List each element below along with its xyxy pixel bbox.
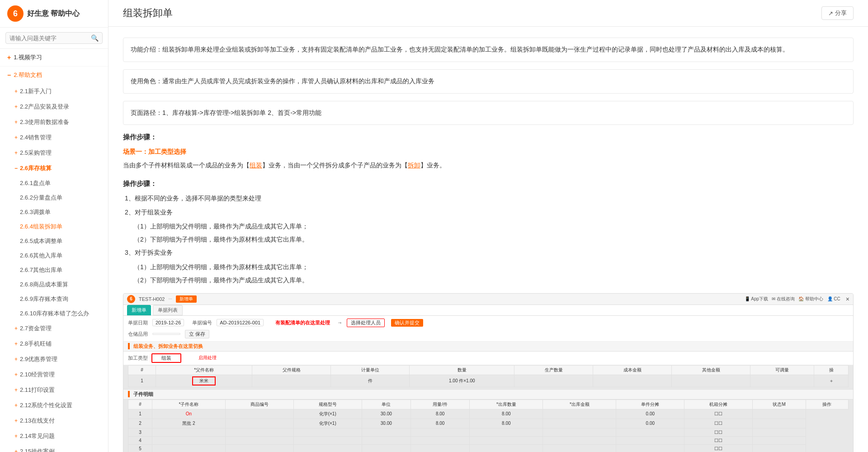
scr-type-switch-annotation: 组装业务、拆卸业务在这里切换 [133,343,203,350]
scr-th-7: 其他金额 [672,365,750,375]
step-3-sub-2: （2）下部明细为子件明细，最终作为产成品生成其它入库单。 [123,275,854,286]
table-row: 5☐☐ [128,444,849,452]
scr-logo: 6 [127,295,135,303]
scr-lower-label: 子件明细 [133,391,153,398]
sidebar-item-payment[interactable]: + 2.13在线支付 [0,413,108,428]
path-block: 页面路径：1、库存核算->库存管理->组装拆卸单 2、首页->常用功能 [123,101,854,125]
scr-th-4: 数量 [410,365,514,375]
sidebar-item-data-prep[interactable]: + 2.3使用前数据准备 [0,114,108,130]
annotation-enable: 启用处理 [198,355,217,361]
sidebar-item-purchase[interactable]: + 2.5采购管理 [0,145,108,161]
nav-group-video: + 1.视频学习 [0,49,108,67]
sidebar-item-print[interactable]: + 2.11打印设置 [0,382,108,398]
scr-new-doc-btn[interactable]: 新增单 [176,295,197,303]
scr-th-6: 成本金额 [593,365,672,375]
sidebar-item-docs[interactable]: − 2.帮助文档 [0,67,108,84]
sidebar-item-stocktake[interactable]: 2.6.1盘点单 [0,176,108,190]
scr-appbar-items: 📱 App下载 ✉ 在线咨询 🏠 帮助中心 👤 CC [745,296,840,302]
scr-th-8: 可调量 [750,365,814,375]
scr-th-5: 生产数量 [514,365,593,375]
scr-warehouse-field[interactable] [152,333,180,335]
scr-tab-active[interactable]: 新增单 [127,305,151,315]
scr-orange-bar [128,343,130,349]
sidebar-item-video[interactable]: + 1.视频学习 [0,49,108,66]
page-header: 组装拆卸单 ↗ 分享 [108,0,868,27]
sidebar-item-faq[interactable]: + 2.14常见问题 [0,428,108,444]
sidebar-item-other-out[interactable]: 2.6.7其他出库单 [0,263,108,277]
sidebar-item-ledger-query[interactable]: 2.6.9库存账本查询 [0,292,108,306]
scr-lower-table: # *子件名称 商品编号 规格型号 单位 用量/件 *出库数量 *出库金额 单件… [128,400,849,452]
scr-tab-list[interactable]: 单据列表 [153,305,183,315]
scr-th-0: # [128,365,156,375]
share-icon: ↗ [828,10,833,17]
search-box: 🔍 [5,32,103,44]
step-3: 3、对于拆卖业务 [123,247,854,258]
table-row: 1 米米 件 1.00 件×1.00 ＋ [128,375,849,387]
scr-process-btn[interactable]: 选择处理人员 [347,319,385,327]
scene1-title: 场景一：加工类型选择 [123,148,854,156]
sidebar-item-sales[interactable]: + 2.4销售管理 [0,130,108,145]
scr-confirm-btn[interactable]: 确认并提交 [391,319,423,327]
search-input[interactable] [9,35,91,42]
scr-th-1: *父件名称 [156,365,252,375]
content-area: 功能介绍：组装拆卸单用来处理企业组装或拆卸等加工业务，支持有固定装配清单的产品加… [108,27,868,452]
sidebar-item-cost-recalc[interactable]: 2.6.8商品成本重算 [0,277,108,292]
table-row: 1 On 化学(×1) 30.00 8.00 8.00 0.00 ☐☐ [128,409,849,419]
sidebar-item-finance[interactable]: + 2.7资金管理 [0,321,108,336]
scr-topbar-id: TEST-H002 [139,296,165,302]
scr-order-label: 单据编号 [192,319,212,326]
scr-th-3: 计量单位 [331,365,410,375]
search-icon[interactable]: 🔍 [91,34,99,42]
step-1: 1、根据不同的业务，选择不同单据的类型来处理 [123,193,854,204]
scene1-desc: 当由多个子件材料组装成一个成品的业务为【组装】业务，当由一个父件拆分成多个子产品… [123,160,854,171]
minus-icon: − [7,71,11,79]
sidebar-item-ledger-fix[interactable]: 2.6.10库存账本错了怎么办 [0,306,108,321]
share-button[interactable]: ↗ 分享 [821,6,854,20]
sidebar-item-cases[interactable]: + 2.15操作案例 [0,444,108,452]
step-2-sub-1: （1）上部明细为父件明细，最终作为产成品生成其它入库单； [123,221,854,232]
table-row: 3☐☐ [128,428,849,436]
ops-title: 操作步骤： [123,133,854,142]
scr-save-btn[interactable]: 立 保存 [185,330,209,338]
nav-group-docs: − 2.帮助文档 + 2.1新手入门 + 2.2产品安装及登录 + 2.3使用前… [0,67,108,452]
scr-topbar-dots: ··· [168,296,172,301]
sidebar-item-inventory[interactable]: − 2.6库存核算 [0,161,108,176]
step-2: 2、对于组装业务 [123,207,854,218]
sidebar-item-cost-adj[interactable]: 2.6.5成本调整单 [0,234,108,248]
scr-th-2: 父件规格 [252,365,331,375]
scr-warehouse-label: 仓储品用 [128,331,148,338]
sidebar-item-other-in[interactable]: 2.6.6其他入库单 [0,248,108,263]
step-3-sub-1: （1）上部明细为父件明细，最终作为原材料生成其它出库单； [123,262,854,273]
sidebar: 6 好生意 帮助中心 🔍 + 1.视频学习 − 2.帮助文档 + 2 [0,0,108,452]
scr-type-select[interactable]: 组装 [151,353,181,363]
scr-close-btn[interactable]: × [846,295,849,303]
sidebar-item-ops[interactable]: + 2.10经营管理 [0,367,108,382]
sidebar-item-install[interactable]: + 2.2产品安装及登录 [0,99,108,114]
sidebar-item-transfer[interactable]: 2.6.3调拨单 [0,205,108,219]
logo-icon: 6 [7,5,24,22]
logo-area: 6 好生意 帮助中心 [0,0,108,28]
sidebar-item-assembly[interactable]: 2.6.4组装拆卸单 [0,219,108,234]
search-area: 🔍 [0,28,108,49]
screenshot-container: 6 TEST-H002 ··· 新增单 📱 App下载 ✉ 在线咨询 🏠 帮助中… [123,293,854,452]
table-row: 4☐☐ [128,436,849,444]
scr-parent-item[interactable]: 米米 [192,376,216,385]
scr-order-value[interactable]: AD-20191226-001 [217,319,264,326]
sidebar-item-personalize[interactable]: + 2.12系统个性化设置 [0,398,108,413]
screenshot-inner: 6 TEST-H002 ··· 新增单 📱 App下载 ✉ 在线咨询 🏠 帮助中… [123,294,853,452]
scr-orange-bar2 [128,391,130,397]
scr-type-label: 加工类型 [128,355,148,362]
table-row: 2 黑批 2 化学(×1) 30.00 8.00 8.00 0.00 ☐☐ [128,419,849,428]
sidebar-item-coupon[interactable]: + 2.9优惠券管理 [0,352,108,367]
sidebar-item-mobile[interactable]: + 2.8手机旺铺 [0,336,108,352]
role-block: 使用角色：通常由生产人员或库管人员完成折装业务的操作，库管人员确认原材料的出库和… [123,69,854,94]
sidebar-item-stocktake2[interactable]: 2.6.2分量盘点单 [0,190,108,205]
scr-on-status: On [186,411,192,416]
scr-th-9: 操 [814,365,849,375]
annotation-has-bom: 有装配清单的在这里处理 [275,319,330,326]
nav-list: + 1.视频学习 − 2.帮助文档 + 2.1新手入门 + 2.2产品安装及登录 [0,49,108,452]
sidebar-item-newbie[interactable]: + 2.1新手入门 [0,84,108,99]
scr-date-value[interactable]: 2019-12-26 [152,319,184,326]
intro-block: 功能介绍：组装拆卸单用来处理企业组装或拆卸等加工业务，支持有固定装配清单的产品加… [123,38,854,62]
logo-text: 好生意 帮助中心 [27,9,80,19]
